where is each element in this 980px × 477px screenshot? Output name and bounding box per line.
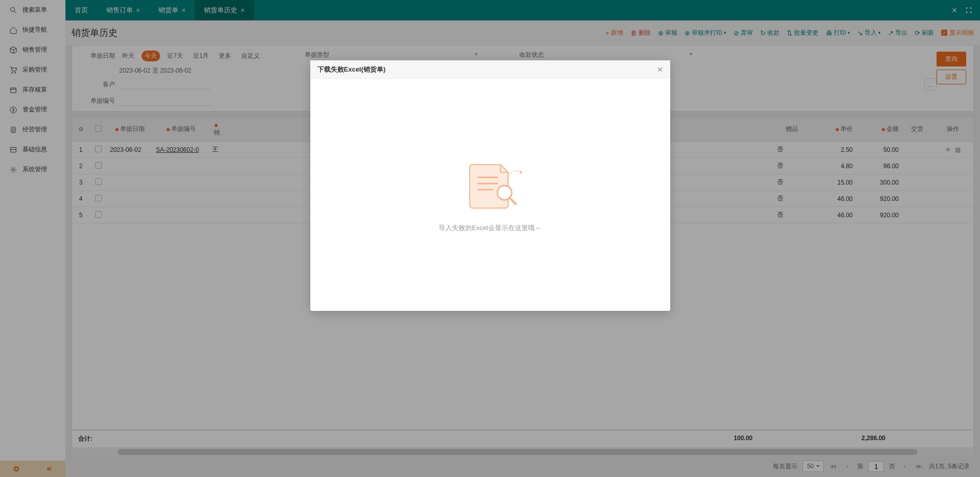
modal-close-button[interactable]: × [657, 65, 663, 74]
empty-text: 导入失败的Excel会显示在这里哦～ [439, 223, 541, 233]
svg-marker-13 [520, 171, 523, 174]
modal-overlay: 下载失败Excel(销货单) × 导入失败的Excel会显示在这里哦～ [0, 0, 980, 477]
svg-line-12 [510, 198, 516, 204]
empty-document-icon [454, 157, 526, 213]
download-failed-modal: 下载失败Excel(销货单) × 导入失败的Excel会显示在这里哦～ [310, 60, 670, 311]
modal-title: 下载失败Excel(销货单) [317, 65, 386, 74]
